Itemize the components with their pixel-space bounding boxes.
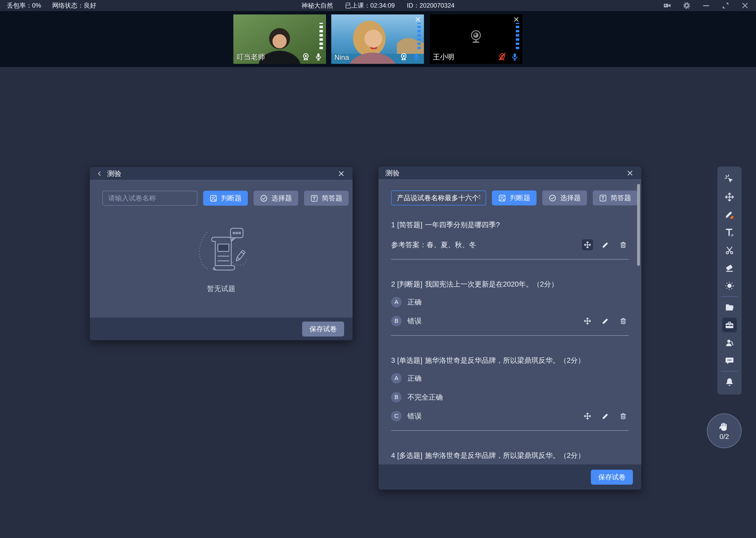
- add-true-false-button[interactable]: 判断题: [203, 191, 248, 206]
- option-badge: A: [391, 297, 402, 307]
- mic-icon[interactable]: [412, 52, 421, 61]
- pen-tool[interactable]: [722, 207, 737, 222]
- quiz-dialog-filled: 测验 判断题 选择题 简答题 1[简答题]一年四季分别是哪四季?: [379, 167, 641, 490]
- spotlight-tool[interactable]: [722, 279, 737, 293]
- courseware-folder-tool[interactable]: [722, 300, 737, 315]
- reference-answer: 参考答案：春、夏、秋、冬: [391, 240, 476, 249]
- question-divider: [391, 430, 629, 431]
- top-status-bar: 丢包率：0% 网络状态：良好 神秘大自然 已上课：02:34:09 ID：202…: [0, 0, 756, 11]
- dialog-scrollbar[interactable]: [637, 184, 640, 266]
- save-quiz-button[interactable]: 保存试卷: [302, 322, 344, 337]
- single-choice-icon: [548, 194, 556, 202]
- empty-quiz-illustration: [188, 223, 254, 278]
- true-false-icon: [210, 194, 217, 202]
- option-badge: C: [391, 411, 402, 421]
- add-true-false-button[interactable]: 判断题: [492, 190, 537, 205]
- question-item: 1[简答题]一年四季分别是哪四季? 参考答案：春、夏、秋、冬: [391, 220, 629, 259]
- quiz-name-input[interactable]: [391, 190, 486, 205]
- mic-icon[interactable]: [510, 52, 519, 61]
- question-title: 3[单选题]施华洛世奇是反华品牌，所以梁鼎琪反华。（2分）: [391, 356, 629, 365]
- question-title: 4[多选题]施华洛世奇是反华品牌，所以梁鼎琪反华。（2分）: [391, 451, 629, 460]
- short-answer-icon: [599, 194, 607, 202]
- toolbar-divider: [721, 296, 738, 297]
- option-row: B 错误: [391, 315, 629, 327]
- edit-question-icon[interactable]: [600, 239, 611, 250]
- move-question-icon[interactable]: [582, 315, 593, 327]
- restore-icon[interactable]: [721, 1, 730, 10]
- camera-off-icon[interactable]: [498, 52, 507, 61]
- close-icon[interactable]: [337, 169, 346, 178]
- back-chevron-icon[interactable]: [97, 170, 103, 177]
- question-item: 3[单选题]施华洛世奇是反华品牌，所以梁鼎琪反华。（2分） A 正确 B 不完全…: [391, 356, 629, 431]
- question-divider: [391, 335, 629, 336]
- record-camera-icon[interactable]: [663, 1, 672, 10]
- add-short-answer-button[interactable]: 简答题: [304, 191, 349, 206]
- dialog-header: 测验: [379, 167, 641, 180]
- close-tile-icon[interactable]: [414, 16, 422, 24]
- network-status-stat: 网络状态：良好: [52, 1, 96, 10]
- quiz-dialog-empty: 测验 判断题 选择题 简答题: [90, 167, 353, 340]
- delete-question-icon[interactable]: [618, 410, 629, 422]
- settings-gear-icon[interactable]: [683, 1, 691, 10]
- question-item: 2[判断题]我国宪法上一次更新是在2020年。（2分） A 正确 B 错误: [391, 280, 629, 336]
- raise-hand-button[interactable]: 0/2: [707, 413, 741, 448]
- option-badge: A: [391, 373, 402, 384]
- camera-on-icon[interactable]: [399, 52, 408, 61]
- move-question-icon[interactable]: [582, 410, 593, 422]
- question-title: 1[简答题]一年四季分别是哪四季?: [391, 220, 629, 230]
- edit-question-icon[interactable]: [600, 315, 611, 327]
- participant-name: 王小明: [433, 52, 454, 62]
- participant-name: 叮当老师: [237, 52, 265, 62]
- add-short-answer-button[interactable]: 简答题: [593, 190, 638, 205]
- packet-loss-stat: 丢包率：0%: [7, 1, 41, 10]
- delete-question-icon[interactable]: [618, 315, 629, 327]
- participant-name: Nina: [334, 54, 349, 62]
- short-answer-icon: [310, 194, 318, 202]
- video-tile-nina[interactable]: Nina: [331, 15, 424, 64]
- toolbox-tool[interactable]: [722, 318, 737, 332]
- mic-icon[interactable]: [314, 52, 323, 61]
- video-tile-wangxiaoming[interactable]: 王小明: [430, 15, 522, 64]
- move-tool[interactable]: [722, 190, 737, 204]
- session-id: ID：2020070324: [407, 1, 454, 10]
- question-list[interactable]: 判断题 选择题 简答题 1[简答题]一年四季分别是哪四季? 参考答案：春、夏、秋…: [379, 180, 641, 490]
- members-tool[interactable]: [722, 336, 737, 350]
- single-choice-icon: [260, 194, 268, 202]
- save-quiz-button[interactable]: 保存试卷: [591, 470, 633, 485]
- text-tool[interactable]: [722, 225, 737, 240]
- move-question-icon[interactable]: [582, 239, 593, 250]
- class-timer: 已上课：02:34:09: [345, 1, 395, 10]
- question-title: 2[判断题]我国宪法上一次更新是在2020年。（2分）: [391, 280, 629, 289]
- chat-tool[interactable]: [722, 353, 737, 368]
- minimize-icon[interactable]: [702, 1, 710, 10]
- edit-question-icon[interactable]: [600, 410, 611, 422]
- quiz-name-input[interactable]: [102, 191, 197, 206]
- toolbar-divider: [721, 371, 738, 371]
- empty-state: 暂无试题: [90, 223, 353, 294]
- add-choice-button[interactable]: 选择题: [542, 190, 587, 205]
- dialog-footer: 保存试卷: [90, 318, 353, 340]
- notification-bell-tool[interactable]: [722, 375, 737, 389]
- dialog-footer: 保存试卷: [379, 464, 641, 490]
- option-badge: B: [391, 392, 402, 403]
- room-title: 神秘大自然: [302, 1, 333, 10]
- camera-on-icon[interactable]: [301, 52, 310, 61]
- close-tile-icon[interactable]: [512, 16, 520, 24]
- close-icon[interactable]: [626, 169, 635, 178]
- close-icon[interactable]: [741, 1, 749, 10]
- dialog-title: 测验: [107, 169, 121, 178]
- add-choice-button[interactable]: 选择题: [254, 191, 298, 206]
- raise-hand-count: 0/2: [720, 433, 729, 441]
- cut-tool[interactable]: [722, 243, 737, 258]
- video-tile-teacher[interactable]: 叮当老师: [233, 15, 326, 64]
- eraser-tool[interactable]: [722, 261, 737, 275]
- volume-indicator: [417, 23, 421, 49]
- dialog-title: 测验: [385, 168, 400, 178]
- option-row: A 正确: [391, 296, 629, 308]
- volume-indicator: [516, 23, 519, 49]
- delete-question-icon[interactable]: [618, 239, 629, 250]
- option-badge: B: [391, 316, 402, 326]
- true-false-icon: [498, 194, 506, 202]
- click-pointer-tool[interactable]: [722, 172, 737, 187]
- option-row: C 错误: [391, 410, 629, 422]
